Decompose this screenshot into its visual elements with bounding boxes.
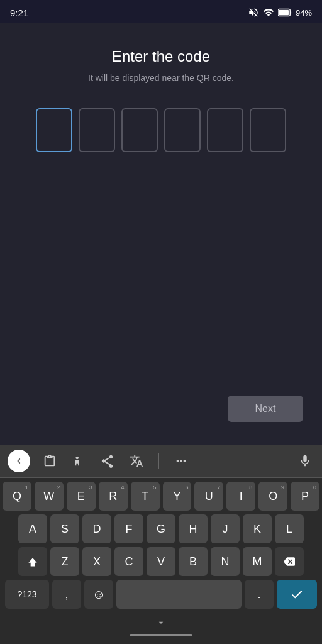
back-button[interactable] [8,450,30,472]
svg-rect-1 [279,10,289,15]
enter-key[interactable] [277,580,317,609]
wifi-icon [263,7,274,18]
key-o[interactable]: 9O [258,482,287,511]
mute-icon [248,7,259,18]
keyboard-area: 1Q 2W 3E 4R 5T 6Y 7U 8I 9O 0P A S D F G … [0,445,322,644]
more-icon[interactable] [172,452,191,470]
svg-rect-2 [290,11,291,14]
key-b[interactable]: B [179,547,208,576]
period-key[interactable]: . [245,580,274,609]
share-icon[interactable] [98,452,117,470]
key-d[interactable]: D [82,514,111,543]
key-t[interactable]: 5T [131,482,160,511]
backspace-key[interactable] [275,547,304,576]
chevron-down-area[interactable] [0,615,322,629]
translate-icon[interactable] [127,452,146,470]
mic-icon[interactable] [296,452,314,470]
emoji-key[interactable]: ☺ [84,580,113,609]
key-f[interactable]: F [114,514,143,543]
key-n[interactable]: N [211,547,240,576]
page-title: Enter the code [112,48,210,65]
key-r[interactable]: 4R [99,482,128,511]
page-subtitle: It will be displayed near the QR code. [88,73,234,83]
code-box-1[interactable] [36,108,72,152]
code-box-2[interactable] [79,108,115,152]
next-btn-area: Next [13,171,309,432]
key-p[interactable]: 0P [291,482,319,511]
space-key[interactable] [116,580,242,609]
code-box-5[interactable] [207,108,243,152]
symbols-key[interactable]: ?123 [5,580,49,609]
key-row-3: Z X C V B N M [3,547,319,576]
status-time: 9:21 [10,8,28,18]
toolbar-divider [158,453,159,469]
key-v[interactable]: V [147,547,175,576]
key-s[interactable]: S [50,514,79,543]
nav-indicator [130,634,192,636]
key-y[interactable]: 6Y [163,482,192,511]
chevron-left-icon [14,456,24,466]
key-u[interactable]: 7U [194,482,223,511]
code-box-4[interactable] [164,108,201,152]
bottom-row: ?123 , ☺ . [3,580,319,609]
key-a[interactable]: A [18,514,47,543]
key-c[interactable]: C [114,547,143,576]
main-content: Enter the code It will be displayed near… [0,23,322,445]
code-inputs[interactable] [36,108,286,152]
status-bar: 9:21 94% [0,0,322,23]
battery-icon [278,8,292,17]
status-icons: 94% [248,7,312,18]
key-l[interactable]: L [275,514,304,543]
keyboard-toolbar [0,445,322,478]
code-box-6[interactable] [250,108,286,152]
key-m[interactable]: M [243,547,272,576]
key-k[interactable]: K [243,514,272,543]
key-e[interactable]: 3E [67,482,96,511]
key-i[interactable]: 8I [226,482,255,511]
cursor-icon[interactable] [69,452,88,470]
key-g[interactable]: G [147,514,175,543]
key-q[interactable]: 1Q [3,482,31,511]
clipboard-icon[interactable] [40,452,59,470]
key-row-1: 1Q 2W 3E 4R 5T 6Y 7U 8I 9O 0P [3,482,319,511]
next-button[interactable]: Next [228,396,303,422]
code-box-3[interactable] [121,108,158,152]
keyboard: 1Q 2W 3E 4R 5T 6Y 7U 8I 9O 0P A S D F G … [0,478,322,615]
key-j[interactable]: J [211,514,240,543]
comma-key[interactable]: , [52,580,81,609]
key-h[interactable]: H [179,514,208,543]
shift-key[interactable] [18,547,47,576]
battery-percent: 94% [296,8,312,18]
key-x[interactable]: X [82,547,111,576]
nav-bar [0,629,322,644]
chevron-down-icon [155,618,167,628]
key-w[interactable]: 2W [35,482,64,511]
key-z[interactable]: Z [50,547,79,576]
key-row-2: A S D F G H J K L [3,514,319,543]
